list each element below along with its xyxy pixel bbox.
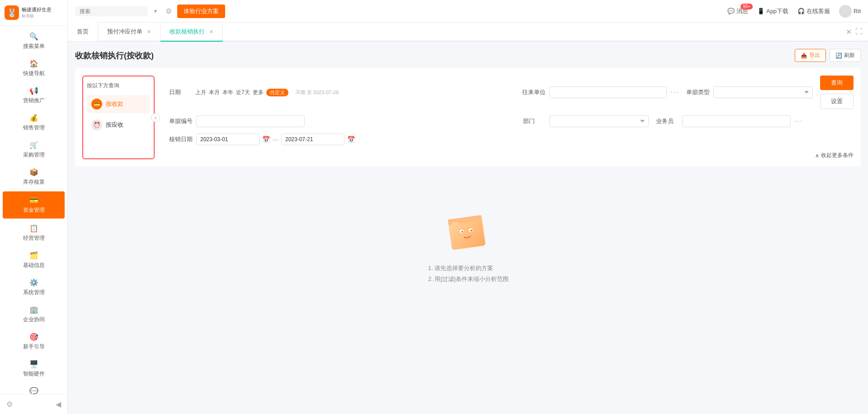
filter-option-by-receivable[interactable]: ⏰ 按应收	[87, 116, 150, 134]
message-icon: 💬	[727, 8, 735, 14]
page-title-bar: 收款核销执行(按收款) 📤 导出 🔄 刷新	[75, 49, 861, 62]
date-this-year[interactable]: 本年	[222, 89, 233, 96]
sidebar-label-basic: 基础信息	[23, 262, 45, 269]
messages-button[interactable]: 💬 消息 99+	[727, 7, 748, 15]
app-download-button[interactable]: 📱 App下载	[757, 7, 788, 15]
search-icon: 🔍	[29, 32, 38, 41]
counterparty-field-group: 往来单位 ···	[522, 86, 679, 98]
doc-type-select[interactable]	[713, 86, 813, 98]
sidebar-label-operations: 经营管理	[23, 234, 45, 242]
department-label: 部门	[523, 117, 546, 125]
export-icon: 📤	[801, 52, 807, 59]
query-button[interactable]: 查询	[820, 76, 854, 90]
tab-actions: ✕ ⛶	[846, 28, 868, 36]
salesperson-dots-btn[interactable]: ···	[794, 117, 803, 125]
filter-options-panel: 按以下方查询 💳 按收款 ⏰ 按应收 »	[82, 76, 155, 159]
empty-svg	[441, 203, 495, 257]
hardware-icon: 🖥️	[29, 360, 38, 368]
filter-row-2: 单据编号 部门 业务员 ···	[169, 115, 854, 127]
sidebar-item-basic[interactable]: 🗂️ 基础信息	[0, 247, 67, 274]
sidebar-item-operations[interactable]: 📋 经营管理	[0, 219, 67, 247]
verify-date-end[interactable]	[281, 133, 344, 145]
filter-option-by-receipt[interactable]: 💳 按收款	[87, 95, 150, 113]
close-window-icon[interactable]: ✕	[846, 28, 852, 36]
tab-receive-close[interactable]: ✕	[209, 29, 213, 35]
app-logo: 🐰 畅捷通好生意 标准版	[0, 0, 67, 26]
tab-home[interactable]: 首页	[68, 22, 98, 41]
tab-receive[interactable]: 收款核销执行 ✕	[160, 23, 223, 42]
tab-receive-label: 收款核销执行	[170, 28, 205, 36]
date-last-month[interactable]: 上月	[195, 89, 206, 96]
verify-date-field-group: 核销日期 📅 — 📅	[169, 133, 355, 145]
sidebar-item-search[interactable]: 🔍 搜索菜单	[0, 28, 67, 55]
calendar-start-icon[interactable]: 📅	[262, 136, 270, 143]
collapse-more-label: 收起更多条件	[821, 152, 854, 159]
user-avatar	[839, 5, 852, 18]
user-menu[interactable]: Rit	[839, 5, 861, 18]
verify-date-start[interactable]	[196, 133, 259, 145]
date-unlimited-label: 不限 至 2023-07-26	[296, 89, 339, 96]
sidebar-item-marketing[interactable]: 📢 营销推广	[0, 82, 67, 109]
sidebar-item-sales[interactable]: 💰 销售管理	[0, 109, 67, 136]
settings-button[interactable]: 设置	[820, 94, 854, 109]
sidebar-item-system[interactable]: ⚙️ 系统管理	[0, 274, 67, 301]
counterparty-dots-btn[interactable]: ···	[670, 88, 679, 96]
sidebar-item-guide[interactable]: 🎯 新手引导	[0, 328, 67, 355]
download-icon: 📱	[757, 8, 764, 14]
sidebar-item-hardware[interactable]: 🖥️ 智能硬件	[0, 355, 67, 382]
filter-form: 日期 上月 本月 本年 近7天 更多 自定义 不限 至 2023-07-26	[162, 76, 854, 159]
search-input[interactable]	[75, 6, 147, 16]
industry-button[interactable]: 体验行业方案	[177, 5, 225, 18]
header-right: 💬 消息 99+ 📱 App下载 🎧 在线客服 Rit	[727, 5, 861, 18]
gear-icon[interactable]: ⚙	[165, 7, 172, 15]
calendar-end-icon[interactable]: 📅	[347, 136, 355, 143]
expand-window-icon[interactable]: ⛶	[855, 28, 863, 36]
salesperson-input[interactable]	[682, 115, 791, 127]
sidebar-item-enterprise[interactable]: 🏢 企业协同	[0, 301, 67, 328]
date-more[interactable]: 更多	[253, 89, 264, 96]
receipt-icon: 💳	[91, 99, 102, 109]
salesperson-field-group: 业务员 ···	[656, 115, 803, 127]
date-this-month[interactable]: 本月	[209, 89, 220, 96]
sidebar-item-inventory[interactable]: 📦 库存核算	[0, 163, 67, 190]
collapse-more-button[interactable]: ∧ 收起更多条件	[815, 152, 854, 159]
sidebar-label-purchase: 采购管理	[23, 151, 45, 159]
sidebar-item-shortcut[interactable]: 🏠 快捷导航	[0, 55, 67, 82]
filter-option-receivable-label: 按应收	[106, 121, 123, 129]
department-select[interactable]	[549, 115, 649, 127]
marketing-icon: 📢	[29, 86, 38, 95]
sidebar-label-search: 搜索菜单	[23, 43, 45, 50]
date-last-7-days[interactable]: 近7天	[236, 89, 250, 96]
doc-number-label: 单据编号	[169, 117, 193, 125]
export-button[interactable]: 📤 导出	[795, 49, 826, 62]
sidebar-label-inventory: 库存核算	[23, 178, 45, 186]
tab-prepay-close[interactable]: ✕	[147, 29, 151, 35]
filter-collapse-arrow[interactable]: »	[151, 113, 160, 122]
date-custom-badge[interactable]: 自定义	[266, 89, 288, 96]
counterparty-label: 往来单位	[522, 88, 546, 96]
refresh-button[interactable]: 🔄 刷新	[830, 49, 861, 62]
counterparty-input[interactable]	[549, 86, 667, 98]
date-shortcuts: 上月 本月 本年 近7天 更多 自定义	[195, 89, 288, 96]
online-service-button[interactable]: 🎧 在线客服	[797, 7, 830, 15]
doc-number-input[interactable]	[196, 115, 305, 127]
page-content: 收款核销执行(按收款) 📤 导出 🔄 刷新 按以下方查询 💳 按收款	[68, 42, 868, 414]
refresh-icon: 🔄	[835, 52, 842, 59]
date-label: 日期	[169, 88, 192, 96]
app-name: 畅捷通好生意	[22, 6, 52, 13]
sidebar-collapse-button[interactable]: ◀	[56, 400, 61, 409]
range-dash: —	[273, 136, 278, 143]
enterprise-icon: 🏢	[29, 305, 38, 314]
sidebar-item-purchase[interactable]: 🛒 采购管理	[0, 136, 67, 163]
sidebar-settings-button[interactable]: ⚙	[6, 400, 13, 409]
sidebar-item-weixin[interactable]: 💬 企业微信	[0, 382, 67, 394]
sidebar-bottom: ⚙ ◀	[0, 394, 67, 414]
salesperson-label: 业务员	[656, 117, 679, 125]
department-field-group: 部门	[523, 115, 649, 127]
service-icon: 🎧	[797, 8, 805, 14]
sidebar-item-finance[interactable]: 💳 资金管理	[3, 191, 65, 219]
tab-prepay[interactable]: 预付冲应付单 ✕	[98, 22, 160, 41]
chevron-down-icon[interactable]: ▼	[153, 8, 158, 14]
empty-state: 请先选择要分析的方案 用[过滤]条件来缩小分析范围	[75, 167, 861, 322]
finance-icon: 💳	[29, 196, 38, 205]
